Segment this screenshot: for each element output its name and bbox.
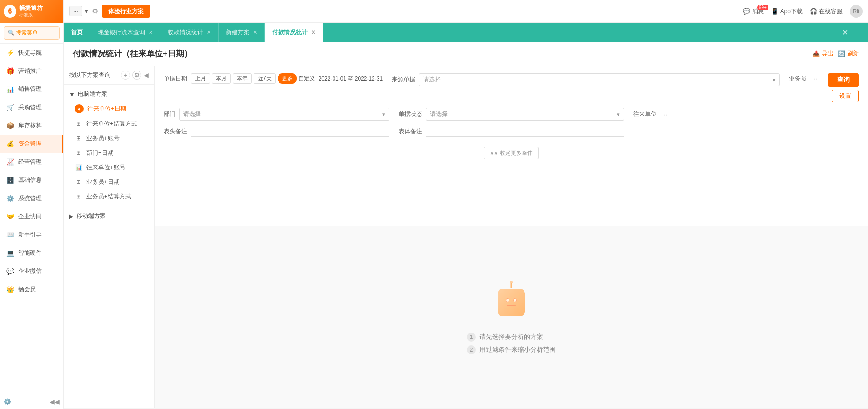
- date-range-display: 2022-01-01 至 2022-12-31: [319, 75, 383, 83]
- tab-home[interactable]: 首页: [64, 23, 90, 42]
- sidebar-item-quick-nav[interactable]: ⚡快捷导航: [0, 44, 63, 62]
- nav-icon-system: ⚙️: [5, 194, 15, 203]
- message-btn[interactable]: 💬 消息 99+: [743, 7, 764, 15]
- tab-label-payment-stats: 付款情况统计: [272, 28, 308, 36]
- scheme-table-icon: ⊞: [75, 120, 83, 128]
- settings-button[interactable]: 设置: [832, 90, 859, 102]
- sidebar-item-inventory[interactable]: 📦库存核算: [0, 116, 63, 135]
- sidebar-item-operation[interactable]: 📈经营管理: [0, 153, 63, 171]
- sidebar-item-guide[interactable]: 📖新手引导: [0, 226, 63, 244]
- sidebar-item-collab[interactable]: 🤝企业协同: [0, 207, 63, 226]
- custom-date-label[interactable]: 自定义: [299, 75, 315, 82]
- scheme-chart-icon: 📊: [75, 163, 83, 172]
- body-note-input[interactable]: [426, 126, 624, 137]
- service-btn[interactable]: 🎧 在线客服: [810, 7, 843, 15]
- header-note-label: 表头备注: [164, 127, 187, 136]
- footer-collapse-icon[interactable]: ◀◀: [50, 398, 60, 405]
- tab-close-payment-stats[interactable]: ✕: [311, 30, 315, 35]
- tab-close-new-scheme[interactable]: ✕: [253, 30, 257, 35]
- hint-num-2: 2: [467, 345, 476, 354]
- company-selector[interactable]: ··· ▾: [69, 6, 88, 16]
- app-download-btn[interactable]: 📱 App下载: [771, 7, 803, 15]
- tab-label-bank-flow: 现金银行流水查询: [98, 28, 145, 36]
- collapse-bar: ∧∧ 收起更多条件: [164, 142, 859, 164]
- nav-icon-hardware: 💻: [5, 248, 15, 258]
- scheme-group-arrow: ▼: [69, 91, 75, 98]
- scheme-item-dept-date[interactable]: ⊞ 部门+日期: [64, 146, 154, 160]
- page-actions: 📤 导出 🔄 刷新: [813, 50, 859, 58]
- sidebar-item-base-info[interactable]: 🗄️基础信息: [0, 171, 63, 189]
- query-button[interactable]: 查询: [828, 73, 859, 87]
- tab-payment-stats[interactable]: 付款情况统计✕: [265, 23, 323, 42]
- result-area: 1 请先选择要分析的方案 2 用过滤条件来缩小分析范围: [155, 226, 868, 408]
- date-buttons: 上月 本月 本年 近7天 更多 自定义: [191, 73, 315, 84]
- last-7-days-btn[interactable]: 近7天: [254, 73, 276, 84]
- tab-close-bank-flow[interactable]: ✕: [149, 30, 153, 35]
- sidebar-item-weixin[interactable]: 💬企业微信: [0, 262, 63, 280]
- scheme-group-arrow: ▶: [69, 213, 74, 220]
- sidebar-item-system[interactable]: ⚙️系统管理: [0, 189, 63, 207]
- scheme-item-staff-account[interactable]: ⊞ 业务员+账号: [64, 131, 154, 146]
- maximize-icon[interactable]: ⛶: [853, 26, 864, 38]
- nav-label-guide: 新手引导: [18, 231, 42, 239]
- nav-label-sales: 销售管理: [18, 85, 42, 93]
- close-all-tabs-icon[interactable]: ✕: [840, 26, 850, 39]
- refresh-button[interactable]: 🔄 刷新: [838, 50, 859, 58]
- voucher-status-select[interactable]: 请选择 ▾: [426, 108, 624, 121]
- sidebar-item-capital[interactable]: 💰资金管理: [0, 135, 63, 153]
- this-month-btn[interactable]: 本月: [212, 73, 231, 84]
- voucher-status-label: 单据状态: [399, 110, 422, 118]
- voucher-status-field: 单据状态 请选择 ▾: [399, 108, 624, 121]
- more-dates-btn[interactable]: 更多: [278, 73, 297, 84]
- scheme-item-partner-settle[interactable]: ⊞ 往来单位+结算方式: [64, 116, 154, 131]
- header-note-input[interactable]: [191, 126, 389, 137]
- service-label: 在线客服: [819, 7, 843, 15]
- sidebar-item-purchase[interactable]: 🛒采购管理: [0, 98, 63, 116]
- tab-bank-flow[interactable]: 现金银行流水查询✕: [90, 23, 160, 42]
- scheme-add-button[interactable]: +: [121, 71, 130, 80]
- scheme-item-staff-date[interactable]: ⊞ 业务员+日期: [64, 175, 154, 189]
- search-menu-button[interactable]: 🔍 搜索菜单: [4, 26, 60, 40]
- sidebar-item-vip[interactable]: 👑畅会员: [0, 280, 63, 298]
- tab-receipt-stats[interactable]: 收款情况统计✕: [160, 23, 219, 42]
- tabbar-right: ✕ ⛶: [840, 26, 868, 39]
- this-year-btn[interactable]: 本年: [233, 73, 252, 84]
- hint-num-1: 1: [467, 333, 476, 342]
- scheme-item-label: 业务员+账号: [86, 134, 120, 142]
- scheme-item-partner-date[interactable]: ● 往来单位+日期: [64, 101, 154, 116]
- user-avatar[interactable]: Rit: [850, 5, 863, 18]
- export-button[interactable]: 📤 导出: [813, 50, 833, 58]
- source-select[interactable]: 请选择 ▾: [419, 73, 780, 86]
- scheme-item-staff-settle[interactable]: ⊞ 业务员+结算方式: [64, 189, 154, 204]
- sidebar: 6 畅捷通坊 标准版 🔍 搜索菜单 ⚡快捷导航🎁营销推广📊销售管理🛒采购管理📦库…: [0, 0, 64, 409]
- footer-settings-icon[interactable]: ⚙️: [4, 398, 11, 405]
- scheme-collapse-button[interactable]: ◀: [144, 71, 149, 79]
- page-title: 付款情况统计（往来单位+日期）: [73, 48, 192, 59]
- scheme-item-label: 业务员+日期: [86, 178, 120, 186]
- scheme-settings-button[interactable]: ⚙: [132, 71, 141, 80]
- trial-button[interactable]: 体验行业方案: [102, 5, 150, 18]
- topbar-settings-icon[interactable]: ⚙: [92, 7, 98, 15]
- staff-input[interactable]: ···: [810, 73, 819, 84]
- sidebar-item-marketing[interactable]: 🎁营销推广: [0, 62, 63, 80]
- scheme-group-desktop-title[interactable]: ▼ 电脑端方案: [64, 87, 154, 101]
- topbar: ··· ▾ ⚙ 体验行业方案 💬 消息 99+ 📱 App下载 🎧 在线客服 R…: [64, 0, 868, 23]
- dept-field: 部门 请选择 ▾: [164, 108, 389, 121]
- company-dropdown-icon[interactable]: ▾: [85, 8, 88, 15]
- partner-input[interactable]: ···: [660, 109, 669, 120]
- robot-icon: [498, 289, 525, 316]
- scheme-item-partner-account[interactable]: 📊 往来单位+账号: [64, 160, 154, 175]
- voucher-status-placeholder: 请选择: [430, 110, 448, 118]
- voucher-status-dropdown-icon: ▾: [617, 111, 620, 118]
- tab-close-receipt-stats[interactable]: ✕: [207, 30, 211, 35]
- last-month-btn[interactable]: 上月: [191, 73, 210, 84]
- tab-new-scheme[interactable]: 新建方案✕: [219, 23, 265, 42]
- sidebar-item-sales[interactable]: 📊销售管理: [0, 80, 63, 98]
- dept-select[interactable]: 请选择 ▾: [179, 108, 389, 121]
- collapse-button[interactable]: ∧∧ 收起更多条件: [484, 147, 539, 159]
- source-label: 来源单据: [392, 76, 415, 84]
- nav-icon-operation: 📈: [5, 157, 15, 167]
- scheme-group-mobile-title[interactable]: ▶ 移动端方案: [64, 209, 154, 223]
- sidebar-item-hardware[interactable]: 💻智能硬件: [0, 244, 63, 262]
- nav-icon-capital: 💰: [5, 139, 15, 148]
